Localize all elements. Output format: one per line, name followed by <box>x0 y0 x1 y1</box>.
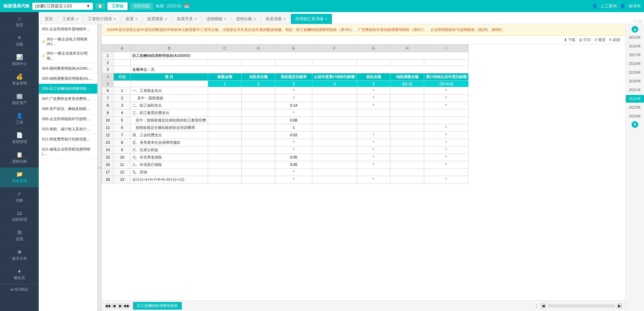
left-panel-item-003[interactable]: ⊙ 003-一般企业成本支出明细… <box>39 48 97 64</box>
f-11[interactable] <box>312 124 357 131</box>
year-2018[interactable]: 2018年 <box>626 60 644 68</box>
g-11[interactable] <box>357 124 391 131</box>
c-18[interactable] <box>208 176 242 183</box>
h-13[interactable] <box>391 139 424 146</box>
workbench-btn[interactable]: 工作台 <box>107 2 128 10</box>
arrow-first[interactable]: ◀◀ <box>105 303 110 309</box>
f-6[interactable] <box>312 87 357 94</box>
sidebar-item-salary[interactable]: 👤 工资 <box>0 109 39 129</box>
spreadsheet-container[interactable]: A B C D E F G H I <box>102 44 625 301</box>
d-13[interactable] <box>242 139 275 146</box>
refresh-btn[interactable]: ↻ 刷新 <box>609 37 620 42</box>
g-10[interactable] <box>357 116 391 124</box>
tab-salary-stats-close[interactable]: ✕ <box>113 17 116 21</box>
tab-salary-stats[interactable]: 工资统计报表 ✕ <box>83 14 121 24</box>
f-10[interactable] <box>312 116 357 124</box>
d-12[interactable] <box>242 131 275 139</box>
tab-home[interactable]: 首页 <box>40 14 57 24</box>
year-2015[interactable]: 2015年 <box>626 34 644 41</box>
tab-invoice-close[interactable]: ✕ <box>135 17 138 21</box>
tab-salary-close[interactable]: ✕ <box>76 17 78 21</box>
tab-tax-clearance[interactable]: 税表清册 ✕ <box>261 14 290 24</box>
h-8[interactable] <box>391 102 424 109</box>
collapse-btn[interactable]: « <box>98 24 102 311</box>
scroll-left-btn[interactable]: ◀ <box>541 303 546 309</box>
h-6[interactable] <box>391 87 424 94</box>
f-9[interactable] <box>312 109 357 116</box>
reset-btn[interactable]: ↺ 重置 <box>594 37 606 42</box>
arrow-prev[interactable]: ◀ <box>111 303 117 309</box>
calendar-icon-btn[interactable]: 📋 <box>96 3 105 9</box>
left-panel-item-012[interactable]: 012-减免企业所得税优惠明细(… <box>39 144 97 159</box>
tab-invoice-open[interactable]: 发票开具 ✕ <box>172 14 201 24</box>
year-2023[interactable]: 2023年 <box>626 104 644 111</box>
tab-salary[interactable]: 工资表 ✕ <box>58 14 83 24</box>
tab-invoice[interactable]: 发票 ✕ <box>121 14 142 24</box>
d-7[interactable] <box>242 94 275 102</box>
cancel-fixed-btn[interactable]: ⏮ 取消固定 <box>0 284 39 295</box>
left-panel-item-005[interactable]: 005-纳税调整项目明细表(A1… <box>39 74 97 84</box>
f-8[interactable] <box>312 102 357 109</box>
h-11[interactable] <box>391 124 424 131</box>
c-6[interactable] <box>208 87 242 94</box>
f-12[interactable] <box>312 131 357 139</box>
left-panel-item-010[interactable]: 010-免税、减计收入及加计… <box>39 124 97 134</box>
c-17[interactable] <box>208 168 242 176</box>
i-17[interactable] <box>424 168 469 176</box>
year-2016[interactable]: 2016年 <box>626 42 644 50</box>
left-panel-item-008[interactable]: 008-资产折旧、摊销及纳税… <box>39 104 97 114</box>
d-8[interactable] <box>242 102 275 109</box>
minimize-icon[interactable]: － <box>633 18 637 24</box>
sidebar-item-vip[interactable]: ♦ 畅会员 <box>0 265 39 284</box>
tab-purchase-ledger[interactable]: 进销台账 ✕ <box>232 14 261 24</box>
f-13[interactable] <box>312 139 357 146</box>
support-label[interactable]: 人工客询 <box>601 3 617 9</box>
sidebar-item-sales-ledger[interactable]: 📋 进销台账 <box>0 148 39 168</box>
sidebar-item-invoice[interactable]: 📄 发票管理 <box>0 129 39 148</box>
g-9[interactable] <box>357 109 391 116</box>
sidebar-item-archive[interactable]: 🗂 归档管理 <box>0 207 39 226</box>
left-panel-item-004[interactable]: 004-期间费用明细表(A1040… <box>39 64 97 74</box>
sidebar-item-fixed-assets[interactable]: 🏢 固定资产 <box>0 90 39 109</box>
sidebar-item-reports[interactable]: 📊 报表中心 <box>0 50 39 70</box>
c-7[interactable] <box>208 94 242 102</box>
tab-purchase-verify-close[interactable]: ✕ <box>224 17 227 21</box>
sidebar-item-assets-mgmt[interactable]: 💰 资金管理 <box>0 70 39 90</box>
i-10[interactable] <box>424 116 469 124</box>
f-15[interactable] <box>312 153 357 161</box>
h-12[interactable] <box>391 131 424 139</box>
maximize-icon[interactable]: □ <box>639 19 641 24</box>
tab-invoice-calc-close[interactable]: ✕ <box>165 17 167 21</box>
download-btn[interactable]: ⬇ 下载 <box>564 37 575 42</box>
sidebar-item-tax-mgmt[interactable]: 📁 税务管理 <box>0 168 39 187</box>
c-13[interactable] <box>208 139 242 146</box>
d-16[interactable] <box>242 161 275 168</box>
h-9[interactable] <box>391 109 424 116</box>
tab-invoice-calc[interactable]: 发票测算 ✕ <box>143 14 172 24</box>
arrow-last[interactable]: ▶▶ <box>124 303 130 309</box>
c-16[interactable] <box>208 161 242 168</box>
c-12[interactable] <box>208 131 242 139</box>
left-panel-item-009[interactable]: 009-企业所得税税补亏损明… <box>39 114 97 124</box>
left-panel-item-001[interactable]: 001-企业所得税年度纳税申… <box>39 24 97 34</box>
tab-purchase-ledger-close[interactable]: ✕ <box>253 17 256 21</box>
year-2021[interactable]: 2021年 <box>626 86 644 94</box>
d-14[interactable] <box>242 146 275 153</box>
c-8[interactable] <box>208 102 242 109</box>
f-18[interactable] <box>312 176 357 183</box>
c-15[interactable] <box>208 153 242 161</box>
c-14[interactable] <box>208 146 242 153</box>
sidebar-item-home[interactable]: ⌂ 首页 <box>0 12 39 31</box>
d-15[interactable] <box>242 153 275 161</box>
g-17[interactable] <box>357 168 391 176</box>
i-9[interactable] <box>424 109 469 116</box>
year-2020[interactable]: 2020年 <box>626 77 644 85</box>
sheet-tab-main[interactable]: 职工薪酬纳税调整明细表 <box>133 302 182 310</box>
h-14[interactable] <box>391 146 424 153</box>
d-11[interactable] <box>242 124 275 131</box>
d-6[interactable] <box>242 87 275 94</box>
year-2022[interactable]: 2022年 <box>626 95 644 103</box>
c-11[interactable] <box>208 124 242 131</box>
print-btn[interactable]: 🖨 打印 <box>579 37 591 42</box>
d-10[interactable] <box>242 116 275 124</box>
